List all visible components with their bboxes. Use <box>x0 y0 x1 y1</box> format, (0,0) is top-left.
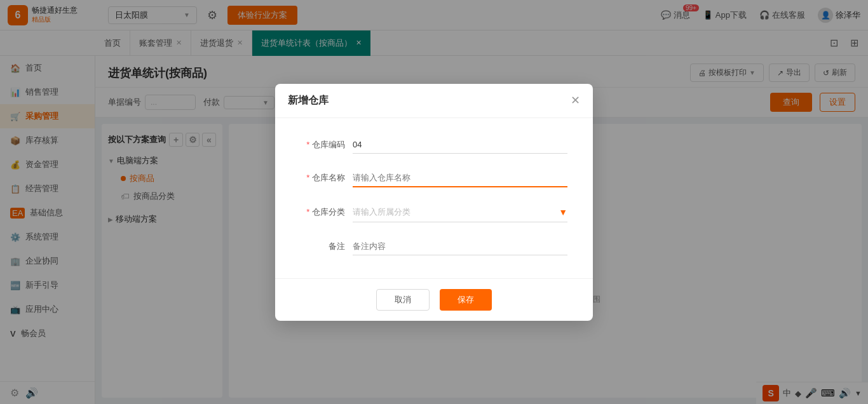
code-label: * 仓库编码 <box>301 139 345 151</box>
category-form-label: * 仓库分类 <box>301 206 345 218</box>
form-row-name: * 仓库名称 <box>301 169 567 187</box>
modal-footer: 取消 保存 <box>275 278 593 321</box>
modal-overlay: 新增仓库 ✕ * 仓库编码 * 仓库名称 * 仓库分类 <box>0 0 868 404</box>
cancel-button[interactable]: 取消 <box>376 289 430 311</box>
form-row-category: * 仓库分类 请输入所属分类 ▼ <box>301 203 567 222</box>
name-label: * 仓库名称 <box>301 172 345 184</box>
modal-title: 新增仓库 <box>288 94 329 107</box>
modal-body: * 仓库编码 * 仓库名称 * 仓库分类 请输入所属分类 ▼ <box>275 118 593 278</box>
modal-close-icon[interactable]: ✕ <box>571 95 580 106</box>
name-input[interactable] <box>353 169 567 187</box>
form-row-remark: 备注 <box>301 238 567 255</box>
remark-input[interactable] <box>353 238 567 255</box>
modal-header: 新增仓库 ✕ <box>275 84 593 118</box>
remark-label: 备注 <box>301 241 345 252</box>
code-input[interactable] <box>353 136 567 154</box>
category-select[interactable]: 请输入所属分类 ▼ <box>353 203 567 222</box>
modal: 新增仓库 ✕ * 仓库编码 * 仓库名称 * 仓库分类 <box>275 84 593 321</box>
save-button[interactable]: 保存 <box>440 289 492 311</box>
form-row-code: * 仓库编码 <box>301 136 567 154</box>
category-chevron-icon: ▼ <box>559 207 567 217</box>
